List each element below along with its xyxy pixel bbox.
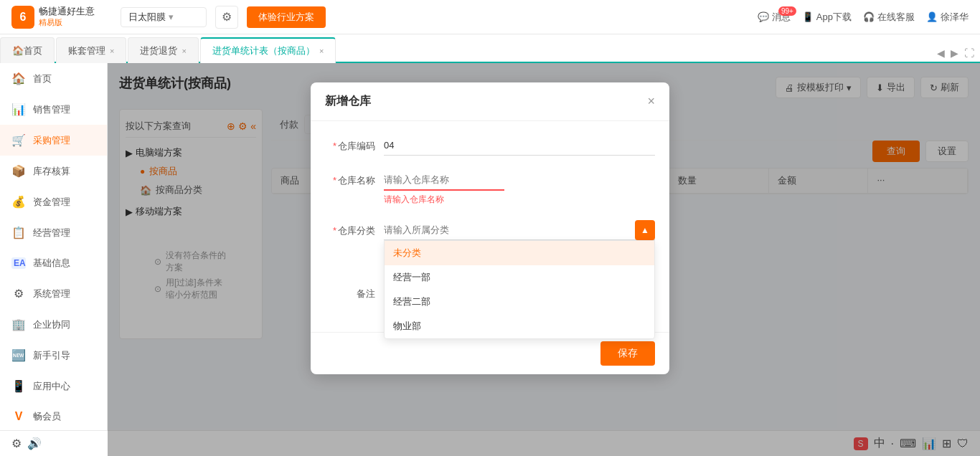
- operations-icon: 📋: [11, 226, 26, 239]
- sidebar-purchase-label: 采购管理: [33, 134, 70, 147]
- tab-accounts-close[interactable]: ×: [110, 47, 114, 55]
- avatar-icon: 👤: [926, 11, 938, 22]
- logo-title: 畅捷通好生意: [39, 6, 95, 18]
- audio-icon[interactable]: 🔊: [27, 437, 42, 450]
- tab-purchase-return-label: 进货退货: [140, 44, 177, 57]
- code-label: *仓库编码: [325, 136, 375, 153]
- name-label: *仓库名称: [325, 170, 375, 187]
- settings-bottom-icon[interactable]: ⚙: [11, 437, 22, 450]
- sidebar-member-label: 畅会员: [33, 410, 61, 423]
- form-row-name: *仓库名称 请输入仓库名称: [325, 170, 655, 206]
- sidebar-finance-label: 资金管理: [33, 196, 70, 209]
- chevron-up-icon: ▲: [641, 225, 649, 235]
- tab-accounts[interactable]: 账套管理 ×: [56, 37, 126, 63]
- tab-purchase-stats-label: 进货单统计表（按商品）: [212, 44, 315, 57]
- modal-header: 新增仓库 ×: [311, 82, 669, 121]
- dropdown-item-uncategorized[interactable]: 未分类: [385, 241, 654, 265]
- sidebar-basics-label: 基础信息: [33, 257, 70, 270]
- category-dropdown-list: 未分类 经营一部 经营二部 物业部: [384, 240, 655, 339]
- content-wrapper: 进货单统计(按商品) 🖨 按模板打印 ▾ ⬇ 导出 ↻ 刷新: [108, 63, 980, 456]
- save-button[interactable]: 保存: [600, 341, 655, 366]
- logo-sub: 精易版: [39, 17, 95, 28]
- home-sidebar-icon: 🏠: [11, 72, 26, 85]
- tab-purchase-stats-close[interactable]: ×: [319, 47, 324, 55]
- sidebar-item-system[interactable]: ⚙ 系统管理: [0, 278, 107, 309]
- sidebar-item-finance[interactable]: 💰 资金管理: [0, 186, 107, 217]
- home-icon: 🏠: [12, 45, 24, 56]
- system-icon: ⚙: [11, 287, 26, 300]
- tab-nav-expand[interactable]: ⛶: [964, 47, 974, 59]
- sidebar-item-newbie[interactable]: 🆕 新手引导: [0, 340, 107, 371]
- dropdown-item-dept2[interactable]: 经营二部: [385, 290, 654, 314]
- member-icon: V: [11, 410, 26, 423]
- modal-title: 新增仓库: [325, 94, 371, 109]
- tab-home-label: 首页: [24, 44, 42, 57]
- form-row-category: *仓库分类 ▲ 未分类 经营一部 经营二部: [325, 220, 655, 240]
- sidebar-home-label: 首页: [33, 72, 52, 85]
- sidebar-newbie-label: 新手引导: [33, 349, 70, 362]
- message-button[interactable]: 💬 消息 99+: [758, 11, 791, 24]
- sidebar-item-basics[interactable]: EA 基础信息: [0, 248, 107, 278]
- name-error-msg: 请输入仓库名称: [384, 194, 504, 206]
- name-input[interactable]: [384, 170, 504, 191]
- note-label: 备注: [325, 283, 375, 300]
- top-bar: 6 畅捷通好生意 精易版 日太阳膜 ▾ ⚙ 体验行业方案 💬 消息 99+ 📱 …: [0, 0, 980, 34]
- gear-button[interactable]: ⚙: [215, 6, 238, 29]
- finance-icon: 💰: [11, 195, 26, 209]
- code-input[interactable]: [384, 136, 655, 156]
- sales-icon: 📊: [11, 103, 26, 116]
- tab-purchase-return-close[interactable]: ×: [182, 47, 186, 55]
- modal-dialog: 新增仓库 × *仓库编码 *仓库名称: [311, 82, 669, 374]
- basics-icon: EA: [11, 257, 26, 269]
- newbie-icon: 🆕: [11, 348, 26, 362]
- inventory-icon: 📦: [11, 164, 26, 178]
- main-layout: 🏠 首页 📊 销售管理 🛒 采购管理 📦 库存核算 💰 资金管理 📋 经营管理 …: [0, 63, 980, 456]
- message-icon: 💬: [758, 11, 769, 22]
- tab-purchase-return[interactable]: 进货退货 ×: [128, 37, 198, 63]
- sidebar-item-operations[interactable]: 📋 经营管理: [0, 217, 107, 248]
- tab-nav-right[interactable]: ▶: [951, 47, 958, 59]
- tab-accounts-label: 账套管理: [68, 44, 105, 57]
- sidebar-item-apps[interactable]: 📱 应用中心: [0, 371, 107, 402]
- sidebar-apps-label: 应用中心: [33, 380, 70, 393]
- sidebar-item-sales[interactable]: 📊 销售管理: [0, 94, 107, 125]
- dropdown-item-dept1[interactable]: 经营一部: [385, 265, 654, 290]
- user-avatar[interactable]: 👤 徐泽华: [926, 11, 969, 24]
- category-dropdown-wrapper: ▲ 未分类 经营一部 经营二部 物业部: [384, 220, 655, 240]
- sidebar-enterprise-label: 企业协同: [33, 318, 70, 331]
- sidebar-item-purchase[interactable]: 🛒 采购管理: [0, 125, 107, 156]
- message-badge: 99+: [778, 6, 796, 16]
- headset-icon: 🎧: [863, 11, 875, 22]
- store-selector[interactable]: 日太阳膜 ▾: [121, 7, 207, 27]
- tab-bar: 🏠 首页 账套管理 × 进货退货 × 进货单统计表（按商品） × ◀ ▶ ⛶: [0, 34, 980, 63]
- sidebar-item-home[interactable]: 🏠 首页: [0, 63, 107, 94]
- modal-close-button[interactable]: ×: [647, 94, 655, 109]
- tab-home[interactable]: 🏠 首页: [0, 37, 55, 63]
- app-download-button[interactable]: 📱 App下载: [802, 11, 852, 24]
- store-name: 日太阳膜: [128, 11, 166, 24]
- sidebar-system-label: 系统管理: [33, 288, 70, 300]
- tab-nav-left[interactable]: ◀: [937, 47, 945, 59]
- online-service-button[interactable]: 🎧 在线客服: [863, 11, 915, 24]
- category-label: *仓库分类: [325, 220, 375, 237]
- dropdown-item-dept3[interactable]: 物业部: [385, 314, 654, 338]
- form-row-code: *仓库编码: [325, 136, 655, 156]
- logo-icon: 6: [11, 6, 34, 29]
- sidebar-operations-label: 经营管理: [33, 227, 70, 239]
- username: 徐泽华: [941, 11, 969, 24]
- phone-icon: 📱: [802, 11, 814, 22]
- sidebar-sales-label: 销售管理: [33, 103, 70, 116]
- sidebar: 🏠 首页 📊 销售管理 🛒 采购管理 📦 库存核算 💰 资金管理 📋 经营管理 …: [0, 63, 108, 456]
- dropdown-arrow-button[interactable]: ▲: [635, 220, 655, 240]
- category-input[interactable]: [384, 220, 655, 240]
- sidebar-item-inventory[interactable]: 📦 库存核算: [0, 156, 107, 186]
- purchase-icon: 🛒: [11, 133, 26, 147]
- modal-body: *仓库编码 *仓库名称 请输入仓库名称: [311, 121, 669, 332]
- modal-overlay[interactable]: 新增仓库 × *仓库编码 *仓库名称: [108, 63, 980, 456]
- gear-icon: ⚙: [222, 10, 232, 24]
- tab-purchase-stats[interactable]: 进货单统计表（按商品） ×: [200, 37, 336, 63]
- sidebar-item-enterprise[interactable]: 🏢 企业协同: [0, 309, 107, 340]
- sidebar-item-member[interactable]: V 畅会员: [0, 402, 107, 432]
- trial-button[interactable]: 体验行业方案: [247, 6, 326, 28]
- apps-icon: 📱: [11, 379, 26, 393]
